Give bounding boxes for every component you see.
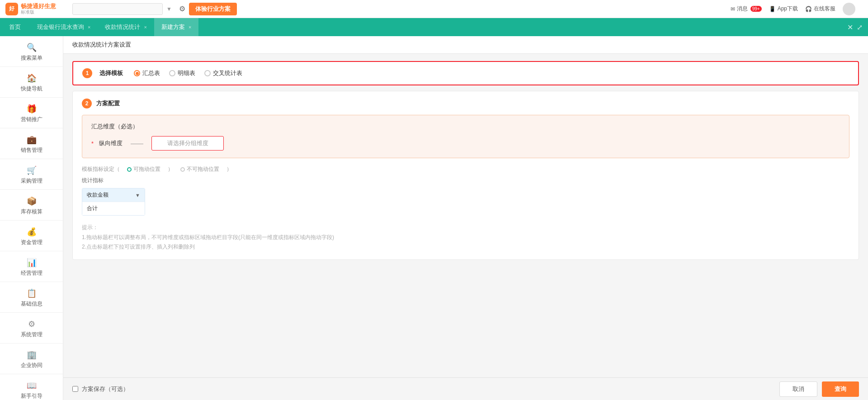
gear-icon[interactable]: ⚙ [179, 5, 185, 13]
save-label: 方案保存（可选） [82, 385, 129, 393]
dimension-arrow: —— [131, 140, 143, 147]
tab-new-plan-close[interactable]: × [189, 24, 191, 30]
tab-receipts[interactable]: 收款情况统计 × [98, 18, 154, 36]
template-radio-group: 汇总表 明细表 交叉统计表 [134, 69, 242, 77]
metrics-header: 模板指标设定（ 可拖动位置 ） 不可拖动位置 ） [82, 165, 849, 173]
radio-cross[interactable]: 交叉统计表 [204, 69, 242, 77]
sidebar-item-system[interactable]: ⚙ 系统管理 [0, 313, 63, 344]
sidebar-item-management-label: 经营管理 [21, 269, 42, 277]
metrics-table-header[interactable]: 收款金额 ▼ [82, 188, 145, 202]
radio-summary[interactable]: 汇总表 [134, 69, 160, 77]
avatar[interactable] [843, 3, 855, 15]
sidebar-item-guide[interactable]: 📖 新手引导 [0, 374, 63, 400]
sidebar-item-inventory[interactable]: 📦 库存核算 [0, 190, 63, 221]
tab-cashflow-close[interactable]: × [88, 24, 90, 30]
logo-text: 畅捷通好生意 [21, 3, 56, 10]
sidebar-item-marketing-label: 营销推广 [21, 116, 42, 123]
sidebar-item-finance[interactable]: 💰 资金管理 [0, 221, 63, 251]
save-checkbox[interactable] [72, 386, 78, 392]
bottom-right: 取消 查询 [779, 381, 859, 397]
tip-1: 1.拖动标题栏可以调整布局，不可跨维度或指标区域拖动栏目字段(只能在同一维度或指… [82, 233, 849, 243]
dimension-row: * 纵向维度 —— 请选择分组维度 [91, 136, 840, 151]
sidebar-item-search-label: 搜索菜单 [21, 54, 42, 62]
nav-tabs: 首页 现金银行流水查询 × 收款情况统计 × 新建方案 × ✕ ⤢ [0, 18, 868, 36]
service-label: 在线客服 [814, 5, 835, 13]
download-btn[interactable]: 📱 App下载 [769, 5, 798, 13]
tab-cashflow[interactable]: 现金银行流水查询 × [30, 18, 98, 36]
logo: 好 畅捷通好生意 标准版 [5, 3, 69, 15]
message-icon: ✉ [731, 6, 735, 12]
radio-cross-circle [204, 70, 211, 76]
step1-label: 选择模板 [99, 69, 123, 77]
dimension-block: 汇总维度（必选） * 纵向维度 —— 请选择分组维度 [82, 115, 849, 158]
service-btn[interactable]: 🎧 在线客服 [805, 5, 835, 13]
sidebar-item-purchase[interactable]: 🛒 采购管理 [0, 159, 63, 190]
basic-icon: 📋 [27, 288, 37, 298]
message-btn[interactable]: ✉ 消息 99+ [731, 5, 762, 13]
tab-new-plan[interactable]: 新建方案 × [154, 18, 198, 36]
finance-icon: 💰 [27, 227, 37, 237]
sidebar-item-basic[interactable]: 📋 基础信息 [0, 282, 63, 313]
collab-icon: 🏢 [27, 350, 37, 360]
sidebar-item-purchase-label: 采购管理 [21, 177, 42, 185]
non-draggable-label: 不可拖动位置 [187, 165, 219, 173]
sidebar-item-sales[interactable]: 💼 销售管理 [0, 128, 63, 159]
logo-icon: 好 [5, 3, 18, 15]
metrics-table-row: 合计 [82, 202, 145, 215]
tab-home[interactable]: 首页 [0, 18, 30, 36]
sidebar-item-basic-label: 基础信息 [21, 300, 42, 308]
page-header: 收款情况统计方案设置 [63, 36, 868, 54]
search-icon: 🔍 [27, 42, 37, 52]
message-label: 消息 [737, 5, 748, 13]
marketing-icon: 🎁 [27, 104, 37, 114]
non-drag-dot-icon [180, 167, 185, 172]
tips-section: 提示： 1.拖动标题栏可以调整布局，不可跨维度或指标区域拖动栏目字段(只能在同一… [82, 223, 849, 252]
content-area: 收款情况统计方案设置 1 选择模板 汇总表 明细表 [63, 36, 868, 400]
radio-detail-label: 明细表 [178, 69, 195, 77]
trial-button[interactable]: 体验行业方案 [189, 3, 237, 15]
dropdown-arrow-icon[interactable]: ▼ [166, 6, 172, 12]
query-button[interactable]: 查询 [822, 381, 859, 397]
page-body: 1 选择模板 汇总表 明细表 交叉统计表 [63, 54, 868, 377]
cancel-button[interactable]: 取消 [779, 381, 817, 397]
sidebar-item-marketing[interactable]: 🎁 营销推广 [0, 98, 63, 128]
draggable-indicator: 可拖动位置 [127, 165, 160, 173]
sidebar-item-search[interactable]: 🔍 搜索菜单 [0, 36, 63, 67]
page-title: 收款情况统计方案设置 [72, 41, 131, 48]
maximize-window-icon[interactable]: ⤢ [857, 23, 863, 32]
sidebar-item-sales-label: 销售管理 [21, 146, 42, 154]
sidebar-item-inventory-label: 库存核算 [21, 208, 42, 216]
sidebar-item-system-label: 系统管理 [21, 331, 42, 339]
search-input[interactable] [72, 3, 163, 15]
sidebar-item-nav[interactable]: 🏠 快捷导航 [0, 67, 63, 98]
tab-receipts-label: 收款情况统计 [105, 23, 140, 31]
tab-cashflow-label: 现金银行流水查询 [37, 23, 84, 31]
logo-tag: 标准版 [21, 9, 56, 15]
guide-icon: 📖 [27, 381, 37, 391]
window-buttons: ✕ ⤢ [847, 23, 868, 32]
sidebar-item-management[interactable]: 📊 经营管理 [0, 251, 63, 282]
tab-receipts-close[interactable]: × [144, 24, 146, 30]
dimension-select-button[interactable]: 请选择分组维度 [151, 136, 224, 151]
bottom-bar: 方案保存（可选） 取消 查询 [63, 377, 868, 400]
dimension-row-label: 纵向维度 [99, 139, 123, 147]
non-draggable-indicator: 不可拖动位置 [180, 165, 219, 173]
required-star: * [91, 140, 94, 147]
sidebar-item-guide-label: 新手引导 [21, 392, 42, 400]
metrics-col-dropdown-icon[interactable]: ▼ [135, 193, 140, 198]
step2-label: 方案配置 [96, 99, 120, 108]
topbar: 好 畅捷通好生意 标准版 ▼ ⚙ 体验行业方案 ✉ 消息 99+ 📱 App下载… [0, 0, 868, 18]
radio-detail[interactable]: 明细表 [169, 69, 195, 77]
close-window-icon[interactable]: ✕ [847, 23, 853, 32]
metrics-header-end: ） [226, 165, 232, 173]
main-layout: 🔍 搜索菜单 🏠 快捷导航 🎁 营销推广 💼 销售管理 🛒 采购管理 📦 库存核… [0, 36, 868, 400]
step1-badge: 1 [82, 68, 92, 78]
service-icon: 🎧 [805, 6, 812, 12]
tip-2: 2.点击标题栏下拉可设置排序、插入列和删除列 [82, 242, 849, 252]
download-label: App下载 [778, 5, 798, 13]
draggable-label: 可拖动位置 [133, 165, 160, 173]
sidebar-item-collab[interactable]: 🏢 企业协同 [0, 344, 63, 374]
radio-summary-label: 汇总表 [142, 69, 160, 77]
purchase-icon: 🛒 [27, 165, 37, 175]
sidebar-item-collab-label: 企业协同 [21, 362, 42, 369]
